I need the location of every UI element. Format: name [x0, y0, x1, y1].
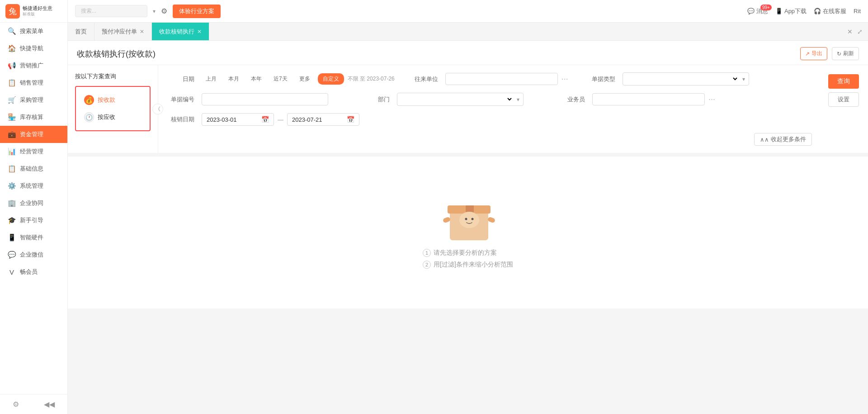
date-btn-7days[interactable]: 近7天 [269, 73, 292, 85]
settings-button[interactable]: 设置 [828, 92, 859, 107]
sidebar-item-basics[interactable]: 📋 基础信息 [0, 160, 67, 177]
collapse-up-icon: ∧∧ [760, 136, 769, 143]
date-btn-more[interactable]: 更多 [295, 73, 314, 85]
sidebar-item-purchase[interactable]: 🛒 采购管理 [0, 91, 67, 109]
tab-expand-icon[interactable]: ⤢ [857, 28, 863, 35]
verify-date-start-calendar-icon[interactable]: 📅 [261, 116, 269, 123]
tab-home[interactable]: 首页 [68, 23, 94, 40]
settings-bottom-icon[interactable]: ⚙ [9, 398, 23, 410]
sidebar-item-guide-label: 新手引导 [20, 216, 43, 224]
sidebar-item-operations[interactable]: 📊 经营管理 [0, 143, 67, 160]
filter-left-title: 按以下方案查询 [75, 72, 151, 81]
online-service-button[interactable]: 🎧 在线客服 [814, 7, 846, 15]
sidebar-item-inventory[interactable]: 🏪 库存核算 [0, 109, 67, 126]
sidebar-item-quicknav[interactable]: 🏠 快捷导航 [0, 40, 67, 57]
sidebar-item-wechat[interactable]: 💬 企业微信 [0, 246, 67, 263]
filter-option-receipt-label: 按收款 [98, 96, 115, 104]
sidebar-item-sales[interactable]: 📋 销售管理 [0, 74, 67, 91]
sidebar-item-enterprise-label: 企业协同 [20, 199, 43, 207]
collapse-more-button[interactable]: ∧∧ 收起更多条件 [754, 133, 812, 146]
filter-option-receivable-label: 按应收 [98, 113, 115, 121]
counterparty-dots-icon[interactable]: ··· [558, 74, 572, 84]
sidebar-item-search[interactable]: 🔍 搜索菜单 [0, 23, 67, 40]
message-badge: 99+ [760, 5, 772, 10]
sidebar-item-member[interactable]: V 畅会员 [0, 263, 67, 281]
export-button[interactable]: ↗ 导出 [800, 47, 827, 60]
tab-close-all-icon[interactable]: ✕ [847, 28, 853, 35]
date-btn-this-year[interactable]: 本年 [247, 73, 266, 85]
salesperson-input[interactable] [592, 93, 705, 105]
tabbar: 首页 预付冲应付单 ✕ 收款核销执行 ✕ ✕ ⤢ [68, 23, 868, 41]
collapse-sidebar-icon[interactable]: ◀◀ [40, 398, 58, 410]
date-label: 日期 [167, 75, 194, 83]
filter-row-2: 单据编号 部门 ▾ 业务员 [167, 93, 812, 106]
sidebar-item-guide[interactable]: 🎓 新手引导 [0, 212, 67, 229]
query-button[interactable]: 查询 [828, 74, 859, 89]
salesperson-label: 业务员 [549, 95, 585, 104]
username-label: Rit [854, 8, 861, 14]
bill-type-select[interactable] [623, 73, 739, 85]
sidebar-item-system[interactable]: ⚙️ 系统管理 [0, 177, 67, 195]
topbar-chevron-icon[interactable]: ▾ [153, 8, 156, 14]
message-button[interactable]: 💬 消息 99+ [747, 7, 768, 15]
page-content: 收款核销执行(按收款) ↗ 导出 ↻ 刷新 按以下方案查询 💰 [68, 41, 868, 414]
sidebar-item-marketing[interactable]: 📢 营销推广 [0, 57, 67, 74]
filter-option-receivable-icon: 🕐 [84, 112, 94, 122]
filter-collapse-row: ∧∧ 收起更多条件 [167, 133, 812, 146]
department-select-wrapper: ▾ [397, 93, 524, 106]
counterparty-input[interactable] [445, 73, 558, 85]
wechat-icon: 💬 [7, 251, 16, 259]
quicknav-icon: 🏠 [7, 44, 16, 52]
system-icon: ⚙️ [7, 182, 16, 190]
topbar: 搜索... ▾ ⚙ 体验行业方案 💬 消息 99+ 📱 App下载 🎧 在线客服… [68, 0, 868, 23]
date-btn-this-month[interactable]: 本月 [224, 73, 243, 85]
sidebar-item-funds[interactable]: 💼 资金管理 [0, 126, 67, 143]
verify-date-start-value: 2023-03-01 [207, 116, 258, 123]
tab-home-label: 首页 [75, 28, 87, 36]
sidebar-item-enterprise[interactable]: 🏢 企业协同 [0, 195, 67, 212]
empty-illustration [441, 193, 495, 238]
topbar-search-box[interactable]: 搜索... [75, 5, 147, 17]
sidebar-bottom: ⚙ ◀◀ [0, 394, 67, 414]
refresh-button[interactable]: ↻ 刷新 [832, 47, 859, 60]
sidebar-item-search-label: 搜索菜单 [20, 27, 43, 35]
collapse-left-button[interactable]: 《 [152, 104, 163, 114]
verify-date-end-calendar-icon[interactable]: 📅 [347, 116, 354, 123]
page-title: 收款核销执行(按收款) [77, 48, 156, 59]
bill-no-label: 单据编号 [167, 95, 194, 104]
department-select[interactable] [397, 93, 513, 105]
filter-option-by-receivable[interactable]: 🕐 按应收 [80, 109, 146, 126]
sidebar-item-wechat-label: 企业微信 [20, 251, 43, 259]
filter-row-1: 日期 上月 本月 本年 近7天 更多 自定义 不限 至 2023-07-26 往… [167, 72, 812, 86]
solution-button[interactable]: 体验行业方案 [173, 5, 221, 18]
tab-collection[interactable]: 收款核销执行 ✕ [152, 23, 209, 40]
date-btn-custom[interactable]: 自定义 [318, 73, 344, 85]
tab-collection-close[interactable]: ✕ [197, 29, 202, 35]
app-download-button[interactable]: 📱 App下载 [775, 7, 807, 15]
counterparty-input-wrapper: ··· [445, 73, 572, 85]
topbar-gear-icon[interactable]: ⚙ [161, 7, 167, 15]
verify-date-start-box[interactable]: 2023-03-01 📅 [202, 113, 274, 126]
department-label: 部门 [354, 95, 390, 104]
date-btn-last-month[interactable]: 上月 [202, 73, 221, 85]
export-icon: ↗ [805, 51, 810, 57]
page-header-actions: ↗ 导出 ↻ 刷新 [800, 47, 859, 60]
tab-prepay[interactable]: 预付冲应付单 ✕ [94, 23, 152, 40]
sidebar-item-member-label: 畅会员 [20, 268, 38, 276]
refresh-label: 刷新 [843, 50, 854, 57]
salesperson-dots-icon[interactable]: ··· [705, 95, 719, 104]
sidebar-item-hardware[interactable]: 📱 智能硬件 [0, 229, 67, 246]
bill-type-label: 单据类型 [579, 75, 615, 83]
tab-prepay-close[interactable]: ✕ [140, 29, 144, 35]
empty-hint-2: 2 用[过滤]条件来缩小分析范围 [423, 261, 513, 269]
filter-option-by-receipt[interactable]: 💰 按收款 [80, 91, 146, 109]
verify-date-end-box[interactable]: 2023-07-21 📅 [287, 113, 359, 126]
sidebar-item-marketing-label: 营销推广 [20, 62, 43, 70]
message-icon: 💬 [747, 8, 755, 14]
tab-prepay-label: 预付冲应付单 [102, 28, 137, 36]
bill-no-input[interactable] [202, 93, 328, 105]
enterprise-icon: 🏢 [7, 199, 16, 207]
svg-point-3 [459, 212, 479, 228]
sidebar-item-hardware-label: 智能硬件 [20, 233, 43, 242]
search-icon: 🔍 [7, 27, 16, 35]
